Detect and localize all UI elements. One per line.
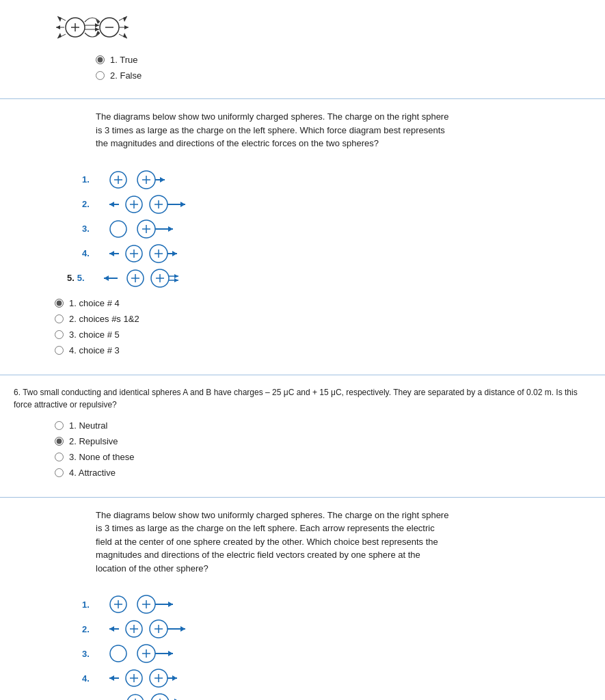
svg-marker-92	[168, 651, 173, 656]
q6-answer-1[interactable]: 1. Neutral	[55, 420, 591, 431]
svg-marker-66	[174, 274, 178, 278]
q5-answer-1[interactable]: 1. choice # 4	[55, 298, 591, 308]
q7-sphere-sm-3	[108, 643, 129, 664]
q6-answer-1-label: 1. Neutral	[69, 420, 107, 431]
svg-marker-32	[109, 202, 114, 207]
svg-marker-58	[104, 275, 109, 281]
q5-choice-diagrams: 1. 2.	[82, 170, 591, 288]
q6-question-text: 6. Two small conducting and identical sp…	[14, 386, 591, 411]
q7-sphere-lg-4	[148, 668, 178, 688]
q7-sphere-lg-5	[149, 692, 179, 700]
q7-sphere-sm-5	[103, 692, 146, 700]
q6-section: 6. Two small conducting and identical sp…	[0, 375, 605, 498]
q6-radio-4[interactable]	[55, 468, 64, 477]
q6-radio-1[interactable]	[55, 421, 64, 430]
q5-radio-2[interactable]	[55, 314, 64, 323]
option-false[interactable]: 2. False	[96, 70, 591, 81]
option-true[interactable]: 1. True	[96, 55, 591, 65]
q6-question-body: Two small conducting and identical spher…	[14, 388, 578, 409]
sphere-sm-1	[108, 170, 129, 190]
q6-answer-2[interactable]: 2. Repulsive	[55, 436, 591, 446]
q5-answer-3-label: 3. choice # 5	[69, 329, 120, 340]
q6-number: 6.	[14, 388, 21, 397]
q5-answer-1-label: 1. choice # 4	[69, 298, 120, 308]
q7-choice-diagram-4: 4.	[82, 668, 591, 688]
q6-answer-3-label: 3. None of these	[69, 452, 134, 462]
q7-sphere-lg-2	[148, 619, 186, 639]
q7-sphere-sm-4	[108, 668, 145, 688]
q6-answer-4-label: 4. Attractive	[69, 468, 116, 478]
svg-marker-46	[168, 226, 173, 232]
svg-marker-76	[168, 602, 173, 607]
svg-marker-10	[95, 27, 99, 31]
q5-question-text: The diagrams below show two uniformly ch…	[96, 110, 451, 150]
q7-choice-diagram-1: 1.	[82, 594, 591, 615]
q5-answer-2-label: 2. choices #s 1&2	[69, 314, 139, 324]
q7-question-block: The diagrams below show two uniformly ch…	[14, 509, 591, 585]
q6-radio-2[interactable]	[55, 437, 64, 446]
sphere-sm-3	[108, 219, 129, 239]
q7-choice-diagram-5-row: 7. 5.	[82, 692, 591, 700]
q5-section: The diagrams below show two uniformly ch…	[0, 99, 605, 375]
q7-choice-diagram-2: 2.	[82, 619, 591, 639]
q5-radio-1[interactable]	[55, 299, 64, 308]
svg-marker-40	[180, 202, 185, 207]
option-false-label: 2. False	[110, 70, 142, 81]
svg-marker-14	[56, 25, 60, 29]
q6-answer-2-label: 2. Repulsive	[69, 436, 118, 446]
field-diagram-top	[55, 7, 130, 48]
svg-marker-20	[124, 25, 129, 29]
sphere-sm-5-with-arrow	[103, 268, 146, 288]
q6-answer-group: 1. Neutral 2. Repulsive 3. None of these…	[55, 420, 591, 478]
q5-answer-group: 1. choice # 4 2. choices #s 1&2 3. choic…	[55, 298, 591, 355]
svg-marker-8	[95, 23, 99, 27]
svg-marker-48	[109, 251, 114, 256]
sphere-lg-5	[149, 268, 179, 288]
svg-marker-94	[109, 675, 114, 681]
q7-sphere-sm-1	[108, 594, 129, 615]
q5-answer-4[interactable]: 4. choice # 3	[55, 345, 591, 355]
q6-answer-4[interactable]: 4. Attractive	[55, 468, 591, 478]
svg-marker-22	[123, 33, 127, 38]
q7-sphere-lg-3	[135, 643, 174, 664]
sphere-lg-4	[148, 243, 178, 264]
q5-radio-4[interactable]	[55, 346, 64, 355]
q5-number-label: 5.	[67, 273, 75, 283]
svg-marker-78	[109, 626, 114, 632]
q7-section: The diagrams below show two uniformly ch…	[0, 498, 605, 701]
svg-point-87	[110, 645, 126, 662]
sphere-sm-2-with-arrow	[108, 194, 145, 215]
q5-choice5-num: 5.	[77, 273, 85, 283]
sphere-lg-3	[135, 219, 174, 239]
top-section: 1. True 2. False	[0, 0, 605, 99]
svg-marker-68	[174, 278, 178, 282]
sphere-sm-4-with-arrow	[108, 243, 145, 264]
svg-marker-16	[57, 33, 62, 38]
svg-marker-18	[123, 16, 127, 22]
q5-question-block: The diagrams below show two uniformly ch…	[14, 110, 591, 160]
q7-question-text: The diagrams below show two uniformly ch…	[96, 509, 451, 576]
svg-marker-102	[172, 675, 177, 681]
q5-radio-3[interactable]	[55, 330, 64, 339]
svg-marker-86	[180, 626, 185, 632]
svg-marker-30	[160, 177, 165, 183]
q5-choice-diagram-2: 2.	[82, 194, 591, 215]
radio-false[interactable]	[96, 71, 105, 80]
q6-radio-3[interactable]	[55, 453, 64, 461]
sphere-lg-1	[135, 170, 165, 190]
svg-marker-56	[172, 251, 177, 256]
q5-choice-diagram-3: 3.	[82, 219, 591, 239]
sphere-lg-2	[148, 194, 186, 215]
svg-marker-12	[57, 16, 62, 22]
q6-answer-3[interactable]: 3. None of these	[55, 452, 591, 462]
true-false-group: 1. True 2. False	[96, 55, 591, 81]
q5-choice-diagram-1: 1.	[82, 170, 591, 190]
q7-number-label: 7.	[67, 698, 75, 701]
q5-answer-3[interactable]: 3. choice # 5	[55, 329, 591, 340]
q7-choice5-num: 5.	[77, 698, 85, 701]
radio-true[interactable]	[96, 55, 105, 64]
q5-answer-2[interactable]: 2. choices #s 1&2	[55, 314, 591, 324]
option-true-label: 1. True	[110, 55, 137, 65]
svg-point-41	[110, 221, 126, 237]
q7-choice-diagram-3: 3.	[82, 643, 591, 664]
